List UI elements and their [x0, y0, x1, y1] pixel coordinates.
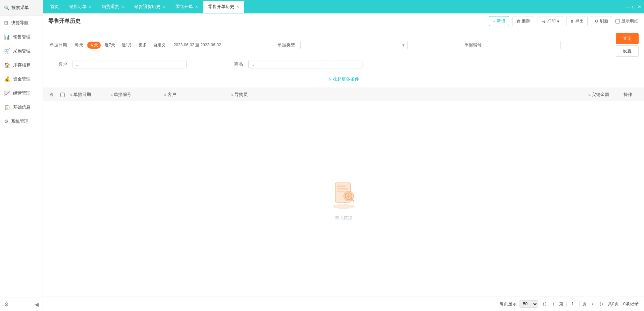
search-icon: 🔍 — [4, 5, 9, 10]
minimize-btn[interactable]: — — [625, 4, 630, 9]
sidebar-item-inventory[interactable]: 🏠 库存核算 — [0, 58, 43, 72]
sidebar: 🔍 搜索采单 ⊞ 快捷导航 📊 销售管理 🛒 采购管理 🏠 库存核算 💰 资金管… — [0, 0, 43, 311]
tab-sales-return[interactable]: 销货退货 ✕ — [97, 1, 129, 13]
last-page-btn[interactable]: ⟩⟩ — [598, 301, 605, 307]
display-detail-checkbox-wrapper[interactable]: 显示明细 — [615, 18, 639, 24]
export-icon: ⬆ — [570, 19, 574, 24]
tab-sales-return-close[interactable]: ✕ — [121, 5, 124, 9]
page-label: 第 — [559, 301, 563, 307]
print-icon: 🖨 — [541, 19, 546, 24]
export-button[interactable]: ⬆ 导出 — [566, 16, 588, 26]
table-settings-icon[interactable]: ⚙ — [46, 92, 58, 97]
tab-bar: 首页 销售订单 ✕ 销货退货 ✕ 销货退货历史 ✕ 零售开单 ✕ 零售开单历史 … — [43, 0, 644, 13]
th-date[interactable]: ⇅ 单据日期 — [67, 92, 107, 98]
filter-collapse-row: ∧ 收起更多条件 — [48, 72, 639, 84]
maximize-btn[interactable]: □ — [632, 4, 635, 9]
doc-type-dropdown-icon: ▾ — [402, 43, 405, 48]
filter-area: 单据日期 昨天 今天 近7天 近1月 更多 自定义 2023-06-02 至 2… — [43, 29, 644, 88]
date-btn-1month[interactable]: 近1月 — [119, 42, 135, 49]
total-text: 共0页，0条记录 — [608, 301, 639, 307]
sidebar-item-label: 采购管理 — [13, 48, 31, 54]
bottom-settings-icon[interactable]: ⚙ — [4, 301, 9, 308]
date-btn-today[interactable]: 今天 — [87, 42, 101, 49]
doc-num-input[interactable] — [487, 41, 561, 49]
svg-rect-2 — [337, 186, 346, 187]
tab-retail-open-close[interactable]: ✕ — [195, 5, 198, 9]
date-filter-label: 单据日期 — [48, 42, 67, 48]
tab-retail-open[interactable]: 零售开单 ✕ — [171, 1, 203, 13]
sidebar-item-system[interactable]: ⚙ 系统管理 — [0, 114, 43, 128]
sidebar-item-label: 经营管理 — [13, 90, 31, 96]
empty-state: 暂无数据 — [43, 101, 644, 297]
sidebar-item-finance[interactable]: 💰 资金管理 — [0, 72, 43, 86]
sidebar-item-quick-nav[interactable]: ⊞ 快捷导航 — [0, 16, 43, 30]
quick-nav-icon: ⊞ — [4, 20, 8, 26]
page-title: 零售开单历史 — [48, 18, 81, 25]
refresh-label: 刷新 — [600, 18, 608, 24]
per-page-select[interactable]: 10 20 50 100 — [519, 300, 538, 308]
sidebar-item-purchase-mgmt[interactable]: 🛒 采购管理 — [0, 44, 43, 58]
tab-sales-return-history[interactable]: 销货退货历史 ✕ — [130, 1, 170, 13]
tab-sales-order-label: 销售订单 — [69, 4, 87, 10]
prev-page-btn[interactable]: ⟨ — [551, 301, 556, 307]
sidebar-item-label: 快捷导航 — [11, 20, 29, 26]
sidebar-item-label: 资金管理 — [13, 76, 31, 82]
goods-select[interactable]: … — [248, 60, 362, 68]
sidebar-item-label: 系统管理 — [11, 118, 29, 124]
display-detail-checkbox[interactable] — [615, 19, 620, 23]
tab-sales-order[interactable]: 销售订单 ✕ — [64, 1, 96, 13]
tab-sales-return-history-label: 销货退货历史 — [134, 4, 160, 10]
svg-rect-3 — [337, 188, 348, 189]
customer-select[interactable]: … — [72, 60, 187, 68]
next-page-btn[interactable]: ⟩ — [589, 301, 595, 307]
sidebar-item-ops[interactable]: 📈 经营管理 — [0, 86, 43, 100]
date-btn-more[interactable]: 更多 — [136, 42, 149, 49]
finance-icon: 💰 — [4, 76, 10, 82]
toolbar-actions: + 新增 🗑 删除 🖨 打印 ▾ ⬆ 导出 ↻ 刷新 显示明细 — [489, 16, 639, 26]
date-btn-7days[interactable]: 近7天 — [102, 42, 118, 49]
th-num[interactable]: ⇅ 单据编号 — [107, 92, 161, 98]
display-detail-label: 显示明细 — [621, 18, 639, 24]
sidebar-search[interactable]: 🔍 搜索采单 — [0, 0, 43, 16]
add-label: 新增 — [497, 18, 505, 24]
th-customer-sort-icon: ⇅ — [164, 93, 166, 97]
th-action: 操作 — [614, 92, 641, 98]
goods-ellipsis: … — [251, 62, 256, 67]
th-action-label: 操作 — [624, 92, 632, 98]
doc-type-label: 单据类型 — [276, 42, 295, 48]
close-window-btn[interactable]: ✕ — [638, 4, 641, 9]
sidebar-item-label: 库存核算 — [13, 62, 31, 68]
tab-retail-open-history[interactable]: 零售开单历史 ✕ — [203, 1, 244, 13]
tab-home[interactable]: 首页 — [46, 1, 64, 13]
sidebar-item-label: 销售管理 — [13, 34, 31, 40]
first-page-btn[interactable]: ⟨⟨ — [541, 301, 548, 307]
tab-retail-open-history-close[interactable]: ✕ — [236, 5, 239, 9]
tab-sales-return-history-close[interactable]: ✕ — [162, 5, 165, 9]
print-button[interactable]: 🖨 打印 ▾ — [538, 16, 563, 26]
th-amount[interactable]: ⇅ 实销金额 — [268, 92, 614, 98]
refresh-button[interactable]: ↻ 刷新 — [591, 16, 612, 26]
per-page-label: 每页显示 — [499, 301, 517, 307]
tab-sales-return-label: 销货退货 — [102, 4, 119, 10]
th-date-label: 单据日期 — [73, 92, 91, 98]
settings-button[interactable]: 设置 — [616, 45, 639, 57]
date-btn-custom[interactable]: 自定义 — [151, 42, 168, 49]
sidebar-item-sales-mgmt[interactable]: 📊 销售管理 — [0, 30, 43, 44]
date-range-display: 2023-06-02 至 2023-06-02 — [174, 42, 221, 48]
th-guide[interactable]: ⇅ 导购员 — [228, 92, 268, 98]
delete-button[interactable]: 🗑 删除 — [512, 16, 534, 26]
sidebar-item-basics[interactable]: 📋 基础信息 — [0, 100, 43, 114]
th-customer[interactable]: ⇅ 客户 — [161, 92, 228, 98]
tab-sales-order-close[interactable]: ✕ — [89, 5, 92, 9]
ops-icon: 📈 — [4, 90, 10, 96]
add-button[interactable]: + 新增 — [489, 16, 509, 26]
bottom-collapse-icon[interactable]: ◀ — [35, 301, 39, 308]
page-input[interactable] — [566, 301, 580, 307]
table-select-all[interactable] — [58, 93, 67, 97]
date-btn-yesterday[interactable]: 昨天 — [72, 42, 86, 49]
doc-type-select[interactable]: ▾ — [300, 41, 408, 49]
th-sort-icon: ⇅ — [70, 93, 72, 97]
collapse-filter-btn[interactable]: ∧ 收起更多条件 — [328, 75, 359, 84]
select-all-checkbox[interactable] — [60, 93, 65, 97]
query-button[interactable]: 查询 — [616, 33, 639, 44]
